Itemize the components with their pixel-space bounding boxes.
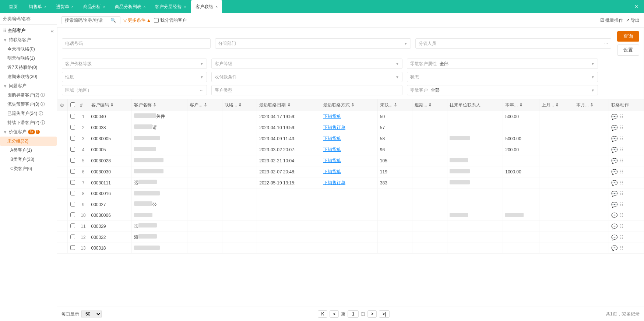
chat-icon[interactable]: 💬	[611, 191, 617, 197]
col-cust-type[interactable]: 客户... ⇕	[187, 99, 222, 111]
search-box[interactable]: 🔍	[61, 16, 120, 24]
tab-purchase[interactable]: 进货单 ×	[52, 0, 78, 13]
sidebar-item-tomorrow[interactable]: 明天待联络(1)	[0, 54, 57, 63]
field-dept[interactable]: 分管部门 ▼	[215, 38, 411, 49]
row-checkbox-cell[interactable]	[67, 232, 78, 243]
row-checkbox-cell[interactable]	[67, 122, 78, 133]
field-phone[interactable]: 电话号码	[62, 38, 211, 49]
sidebar-search-input[interactable]	[3, 16, 57, 21]
tab-goods-list-close[interactable]: ×	[144, 5, 146, 9]
prev-page-button[interactable]: <	[330, 310, 339, 318]
row-checkbox-cell[interactable]	[67, 177, 78, 188]
reset-button[interactable]: 设置	[617, 45, 639, 56]
col-last-month[interactable]: 上月... ⇕	[539, 99, 574, 111]
row-checkbox-cell[interactable]	[67, 155, 78, 166]
field-customer-level[interactable]: 客户等级 ▼	[211, 59, 402, 69]
tab-goods-analysis-close[interactable]: ×	[103, 5, 105, 9]
row-checkbox-cell[interactable]	[67, 144, 78, 155]
tab-sales-close[interactable]: ×	[44, 5, 46, 9]
search-input[interactable]	[65, 18, 109, 23]
tab-sales[interactable]: 销售单 ×	[24, 0, 51, 13]
chat-icon[interactable]: 💬	[611, 136, 617, 142]
field-retail-customer[interactable]: 零散客户 全部 ▼	[407, 85, 598, 95]
chat-icon[interactable]: 💬	[611, 212, 617, 218]
field-payment[interactable]: 收付款条件 ▼	[211, 72, 402, 82]
chat-icon[interactable]: 💬	[611, 234, 617, 240]
row-checkbox-cell[interactable]	[67, 188, 78, 199]
col-contact[interactable]: 联络... ⇕	[222, 99, 257, 111]
more-conditions-toggle[interactable]: ▽ 更多条件 ▲	[123, 17, 151, 24]
sidebar-item-declining[interactable]: 持续下滑客户(2) ⓘ	[0, 118, 57, 127]
bulk-ops-button[interactable]: ☑ 批量操作	[600, 17, 623, 24]
col-this-month[interactable]: 本月... ⇕	[574, 99, 609, 111]
row-checkbox-cell[interactable]	[67, 210, 78, 221]
my-customers-toggle[interactable]: 我分管的客户	[154, 17, 187, 24]
tab-goods-list[interactable]: 商品分析列表 ×	[110, 0, 150, 13]
col-name[interactable]: 客户名称 ⇕	[131, 99, 187, 111]
col-overdue[interactable]: 逾期... ⇕	[412, 99, 447, 111]
first-page-button[interactable]: K	[318, 310, 327, 318]
sidebar-item-churned[interactable]: 已流失客户(24) ⓘ	[0, 109, 57, 118]
row-checkbox-cell[interactable]	[67, 221, 78, 232]
field-nature[interactable]: 性质 ▼	[62, 72, 207, 82]
settings-icon[interactable]: ⚙	[60, 102, 64, 108]
col-last-way[interactable]: 最后联络方式 ⇕	[321, 99, 377, 111]
tab-customer-tier-close[interactable]: ×	[184, 5, 186, 9]
sidebar-collapse-btn[interactable]: «	[51, 28, 54, 34]
group-value-customers[interactable]: ▼ 价值客户 ↻ !	[0, 127, 57, 137]
chat-icon[interactable]: 💬	[611, 147, 617, 153]
col-settings[interactable]: ⚙	[57, 99, 67, 111]
search-icon[interactable]: 🔍	[110, 18, 116, 23]
grid-action-icon[interactable]: ⠿	[620, 125, 623, 131]
grid-action-icon[interactable]: ⠿	[620, 234, 623, 240]
grid-action-icon[interactable]: ⠿	[620, 191, 623, 197]
next-page-button[interactable]: >	[367, 310, 377, 318]
row-checkbox-cell[interactable]	[67, 111, 78, 122]
field-customer-type[interactable]: 客户类型	[211, 85, 402, 95]
sidebar-item-today[interactable]: 今天待联络(0)	[0, 45, 57, 54]
row-last-way[interactable]: 下销货单	[321, 111, 377, 122]
col-checkbox[interactable]	[67, 99, 78, 111]
row-last-way[interactable]: 下销货单	[321, 144, 377, 155]
tab-customer-contact[interactable]: 客户联络 ×	[191, 0, 222, 13]
col-year-amount[interactable]: 本年... ⇕	[503, 99, 539, 111]
chat-icon[interactable]: 💬	[611, 180, 617, 186]
sidebar-item-b-class[interactable]: B类客户(33)	[0, 155, 57, 164]
grid-action-icon[interactable]: ⠿	[620, 212, 623, 218]
row-last-way[interactable]: 下销货单	[321, 133, 377, 144]
col-not-contacted[interactable]: 未联... ⇕	[377, 99, 412, 111]
last-page-button[interactable]: >|	[379, 310, 389, 318]
row-checkbox-cell[interactable]	[67, 166, 78, 177]
chat-icon[interactable]: 💬	[611, 245, 617, 251]
export-button[interactable]: ↗ 导出	[626, 17, 640, 24]
sidebar-item-churn-warning[interactable]: 流失预警客户(3) ⓘ	[0, 100, 57, 109]
tab-home[interactable]: 首页	[3, 0, 24, 13]
grid-action-icon[interactable]: ⠿	[620, 180, 623, 186]
row-last-way[interactable]: 下销货单	[321, 166, 377, 177]
close-all-tabs[interactable]: ×	[632, 3, 641, 10]
query-button[interactable]: 查询	[617, 31, 639, 42]
field-manager[interactable]: 分管人员 ···	[415, 38, 611, 49]
field-price-level[interactable]: 客户价格等级 ▼	[62, 59, 207, 69]
row-checkbox-cell[interactable]	[67, 133, 78, 144]
sidebar-item-overdue[interactable]: 逾期未联络(30)	[0, 72, 57, 81]
grid-action-icon[interactable]: ⠿	[620, 114, 623, 120]
sidebar-search-box[interactable]: 🔍	[0, 13, 57, 25]
field-status[interactable]: 状态 ▼	[407, 72, 598, 82]
field-region[interactable]: 区域（地区） ···	[62, 85, 207, 95]
grid-action-icon[interactable]: ⠿	[620, 158, 623, 164]
chat-icon[interactable]: 💬	[611, 125, 617, 131]
page-size-select-input[interactable]: 50 20 100	[81, 310, 102, 318]
field-retail-attr[interactable]: 零散客户属性 全部 ▼	[407, 59, 598, 69]
grid-action-icon[interactable]: ⠿	[620, 202, 623, 208]
grid-action-icon[interactable]: ⠿	[620, 169, 623, 175]
grid-action-icon[interactable]: ⠿	[620, 147, 623, 153]
tab-goods-analysis[interactable]: 商品分析 ×	[79, 0, 110, 13]
row-checkbox-cell[interactable]	[67, 199, 78, 210]
col-last-date[interactable]: 最后联络日期 ⇕	[257, 99, 321, 111]
row-last-way[interactable]: 下销售订单	[321, 122, 377, 133]
select-all-checkbox[interactable]	[70, 102, 75, 107]
chat-icon[interactable]: 💬	[611, 114, 617, 120]
grid-action-icon[interactable]: ⠿	[620, 223, 623, 229]
sidebar-item-a-class[interactable]: A类客户(1)	[0, 146, 57, 155]
